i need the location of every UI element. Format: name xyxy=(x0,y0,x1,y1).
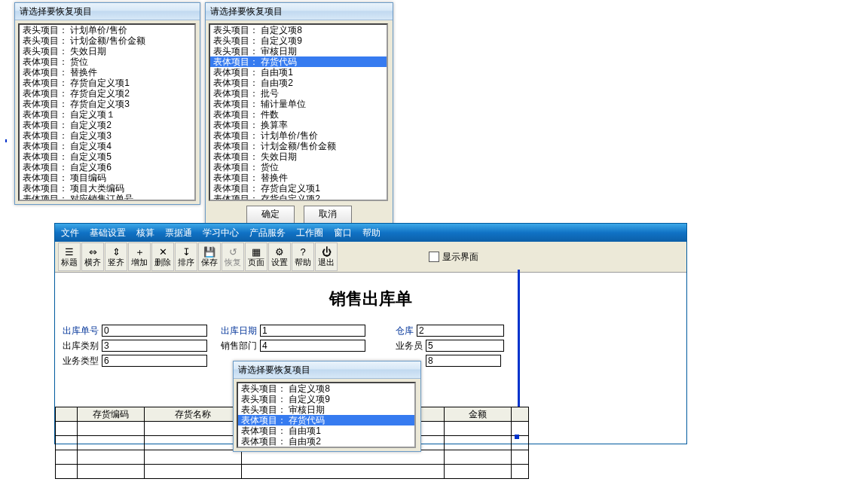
排序-icon: ↧ xyxy=(182,247,191,258)
横齐-icon: ⇔ xyxy=(89,247,97,258)
sales-label: 业务员 xyxy=(396,340,423,352)
restore-listbox-1[interactable]: 表头项目： 计划单价/售价表头项目： 计划金额/售价金额表头项目： 失效日期表体… xyxy=(18,23,196,201)
list-item[interactable]: 表头项目： 自定义项8 xyxy=(238,383,414,394)
list-item[interactable]: 表体项目： 替换件 xyxy=(20,67,194,78)
list-item[interactable]: 表体项目： 项目编码 xyxy=(20,172,194,183)
toolbar-横齐[interactable]: ⇔横齐 xyxy=(81,242,104,271)
list-item[interactable]: 表体项目： 替换件 xyxy=(210,172,387,183)
竖齐-icon: ⇕ xyxy=(112,247,121,258)
list-item[interactable]: 表体项目： 对应销售订单号 xyxy=(20,194,194,201)
menu-item[interactable]: 票据通 xyxy=(165,224,192,242)
restore-listbox-2[interactable]: 表头项目： 自定义项8表头项目： 自定义项9表头项目： 审核日期表体项目： 存货… xyxy=(209,23,388,201)
list-item[interactable]: 表体项目： 自定义项5 xyxy=(20,151,194,162)
restore-listbox-3[interactable]: 表头项目： 自定义项8表头项目： 自定义项9表头项目： 审核日期表体项目： 存货… xyxy=(237,382,416,448)
out-date-input[interactable] xyxy=(260,325,365,337)
toolbar-删除[interactable]: ✕删除 xyxy=(151,242,174,271)
dialog-title: 请选择要恢复项目 xyxy=(206,3,393,20)
cancel-button[interactable]: 取消 xyxy=(304,206,352,224)
list-item[interactable]: 表体项目： 存货自定义项3 xyxy=(20,99,194,109)
list-item[interactable]: 表体项目： 存货自定义项2 xyxy=(210,194,387,201)
toolbar-增加[interactable]: ＋增加 xyxy=(128,242,151,271)
menu-item[interactable]: 产品服务 xyxy=(249,224,286,242)
toolbar-保存[interactable]: 💾保存 xyxy=(198,242,221,271)
col-amount: 金额 xyxy=(445,407,512,422)
list-item[interactable]: 表头项目： 审核日期 xyxy=(238,404,414,415)
dept-input[interactable] xyxy=(260,340,365,352)
col-invname: 存货名称 xyxy=(145,407,242,422)
list-item[interactable]: 表体项目： 失效日期 xyxy=(210,151,387,162)
toolbar-退出[interactable]: ⏻退出 xyxy=(315,242,338,271)
toolbar-页面[interactable]: ▦页面 xyxy=(245,242,267,271)
document-title: 销售出库单 xyxy=(63,288,679,310)
list-item[interactable]: 表体项目： 自定义项4 xyxy=(20,141,194,151)
list-item[interactable]: 表体项目： 辅计量单位 xyxy=(210,99,387,109)
list-item[interactable]: 表头项目： 计划金额/售价金额 xyxy=(20,35,194,46)
list-item[interactable]: 表头项目： 自定义项9 xyxy=(210,35,387,46)
list-item[interactable]: 表体项目： 自定义项2 xyxy=(20,120,194,130)
list-item[interactable]: 表体项目： 存货自定义项1 xyxy=(210,183,387,194)
退出-icon: ⏻ xyxy=(322,247,332,258)
list-item[interactable]: 表体项目： 自定义项１ xyxy=(20,109,194,120)
biztype-input[interactable] xyxy=(102,355,207,367)
list-item[interactable]: 表体项目： 自由项1 xyxy=(210,67,387,78)
list-item[interactable]: 表头项目： 审核日期 xyxy=(210,46,387,56)
list-item[interactable]: 表体项目： 批号 xyxy=(210,88,387,99)
menu-item[interactable]: 文件 xyxy=(61,224,79,242)
list-item[interactable]: 表体项目： 自定义项6 xyxy=(20,162,194,172)
menu-item[interactable]: 核算 xyxy=(136,224,154,242)
out-no-input[interactable] xyxy=(102,325,207,337)
list-item[interactable]: 表体项目： 货位 xyxy=(210,162,387,172)
list-item[interactable]: 表体项目： 自由项1 xyxy=(238,425,414,436)
删除-icon: ✕ xyxy=(159,247,167,258)
toolbar-排序[interactable]: ↧排序 xyxy=(175,242,197,271)
list-item[interactable]: 表体项目： 存货代码 xyxy=(238,415,414,425)
col-invcode: 存货编码 xyxy=(78,407,145,422)
toolbar-标题[interactable]: ☰标题 xyxy=(58,242,81,271)
帮助-icon: ? xyxy=(300,247,305,258)
menu-item[interactable]: 帮助 xyxy=(362,224,381,242)
list-item[interactable]: 表体项目： 自定义项3 xyxy=(20,130,194,141)
toolbar-设置[interactable]: ⚙设置 xyxy=(268,242,291,271)
warehouse-label: 仓库 xyxy=(396,325,414,337)
toolbar: ☰标题⇔横齐⇕竖齐＋增加✕删除↧排序💾保存↺恢复▦页面⚙设置?帮助⏻退出 显示界… xyxy=(55,242,686,273)
menu-item[interactable]: 窗口 xyxy=(334,224,352,242)
out-type-input[interactable] xyxy=(102,340,207,352)
restore-dialog-2: 请选择要恢复项目 表头项目： 自定义项8表头项目： 自定义项9表头项目： 审核日… xyxy=(205,2,393,227)
field-8-input[interactable] xyxy=(426,355,501,367)
restore-dialog-1: 请选择要恢复项目 表头项目： 计划单价/售价表头项目： 计划金额/售价金额表头项… xyxy=(14,2,200,205)
dialog-title: 请选择要恢复项目 xyxy=(234,361,420,379)
list-item[interactable]: 表体项目： 项目大类编码 xyxy=(20,183,194,194)
list-item[interactable]: 表体项目： 件数 xyxy=(210,109,387,120)
show-ui-checkbox[interactable]: 显示界面 xyxy=(429,251,478,264)
list-item[interactable]: 表体项目： 计划单价/售价 xyxy=(210,130,387,141)
menu-item[interactable]: 学习中心 xyxy=(203,224,239,242)
list-item[interactable]: 表体项目： 存货自定义项2 xyxy=(20,88,194,99)
restore-dialog-3: 请选择要恢复项目 表头项目： 自定义项8表头项目： 自定义项9表头项目： 审核日… xyxy=(233,361,421,452)
list-item[interactable]: 表头项目： 失效日期 xyxy=(20,46,194,56)
sales-input[interactable] xyxy=(426,340,504,352)
页面-icon: ▦ xyxy=(252,247,261,258)
list-item[interactable]: 表头项目： 自定义项9 xyxy=(238,394,414,404)
dept-label: 销售部门 xyxy=(221,340,257,352)
dialog-title: 请选择要恢复项目 xyxy=(15,3,200,20)
list-item[interactable]: 表体项目： 换算率 xyxy=(210,120,387,130)
biztype-label: 业务类型 xyxy=(63,355,99,368)
toolbar-恢复[interactable]: ↺恢复 xyxy=(222,242,244,271)
warehouse-input[interactable] xyxy=(417,325,504,337)
list-item[interactable]: 表体项目： 货位 xyxy=(20,56,194,67)
out-no-label: 出库单号 xyxy=(63,325,99,337)
out-type-label: 出库类别 xyxy=(63,340,99,352)
list-item[interactable]: 表头项目： 自定义项8 xyxy=(210,25,387,35)
ok-button[interactable]: 确定 xyxy=(246,206,295,224)
menubar: 文件基础设置核算票据通学习中心产品服务工作圈窗口帮助 xyxy=(55,224,686,242)
toolbar-竖齐[interactable]: ⇕竖齐 xyxy=(105,242,127,271)
list-item[interactable]: 表体项目： 计划金额/售价金额 xyxy=(210,141,387,151)
list-item[interactable]: 表体项目： 存货自定义项1 xyxy=(20,78,194,88)
list-item[interactable]: 表体项目： 自由项2 xyxy=(238,436,414,447)
list-item[interactable]: 表头项目： 计划单价/售价 xyxy=(20,25,194,35)
list-item[interactable]: 表体项目： 存货代码 xyxy=(210,56,387,67)
toolbar-帮助[interactable]: ?帮助 xyxy=(292,242,314,271)
menu-item[interactable]: 工作圈 xyxy=(296,224,323,242)
menu-item[interactable]: 基础设置 xyxy=(90,224,126,242)
list-item[interactable]: 表体项目： 自由项2 xyxy=(210,78,387,88)
